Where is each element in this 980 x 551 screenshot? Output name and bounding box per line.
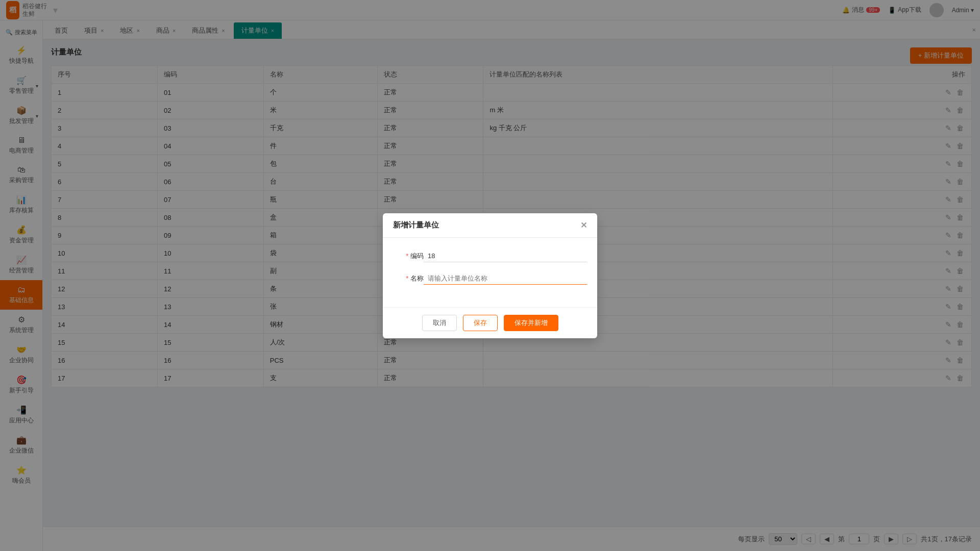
name-input[interactable] (424, 272, 587, 285)
code-input[interactable] (424, 250, 587, 262)
add-unit-modal: 新增计量单位 ✕ 编码 名称 取消 保存 保存并新增 (383, 213, 597, 338)
code-label: 编码 (393, 252, 424, 261)
modal-body: 编码 名称 (383, 238, 597, 307)
form-row-name: 名称 (393, 272, 587, 285)
modal-header: 新增计量单位 ✕ (383, 213, 597, 238)
form-row-code: 编码 (393, 250, 587, 262)
modal-footer: 取消 保存 保存并新增 (383, 307, 597, 338)
modal-close-btn[interactable]: ✕ (580, 220, 587, 230)
save-new-button[interactable]: 保存并新增 (504, 315, 558, 331)
modal-overlay: 新增计量单位 ✕ 编码 名称 取消 保存 保存并新增 (0, 0, 980, 551)
name-label: 名称 (393, 274, 424, 283)
save-button[interactable]: 保存 (463, 315, 498, 331)
modal-title: 新增计量单位 (393, 220, 439, 230)
cancel-button[interactable]: 取消 (422, 315, 457, 331)
